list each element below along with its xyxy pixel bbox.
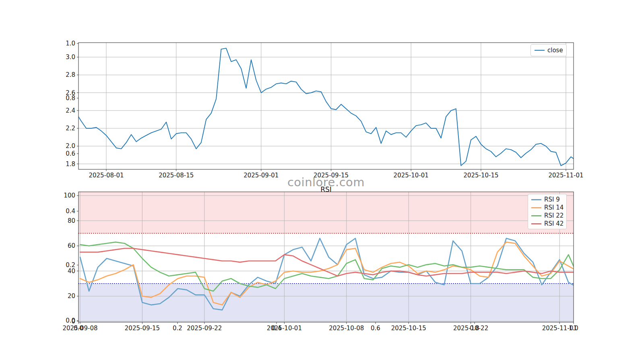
legend-item-rsi22: RSI 22 (531, 213, 563, 219)
close-line-swatch (535, 50, 545, 51)
tick-label: 2025-09-22 (187, 325, 222, 332)
tick-label: 2025-11-01 (548, 172, 583, 179)
rsi-chart-title: RSI (185, 185, 467, 193)
tick-label: 2025-08-01 (89, 172, 124, 179)
rsi-chart: 2025-09-082025-09-152025-09-222025-10-01… (62, 192, 578, 332)
legend-item-rsi42: RSI 42 (531, 221, 563, 227)
tick-label: 2.0 (66, 142, 75, 150)
tick-label: 100 (64, 192, 75, 199)
legend-label: RSI 42 (544, 221, 564, 227)
rsi22-line-swatch (531, 215, 541, 216)
tick-label: 1.0 (569, 325, 578, 332)
rsi-legend: RSI 9 RSI 14 RSI 22 RSI 42 (528, 194, 567, 229)
tick-label: 0.4 (272, 325, 281, 332)
chart-figure: 2025-08-012025-08-152025-09-012025-09-15… (0, 0, 644, 362)
legend-item-close: close (535, 47, 563, 53)
tick-label: 2025-10-15 (391, 325, 426, 332)
legend-item-rsi9: RSI 9 (531, 197, 563, 203)
tick-label: 2025-10-15 (463, 172, 498, 179)
tick-label: 0.2 (173, 325, 182, 332)
rsi14-line-swatch (531, 207, 541, 208)
rsi-42-line (80, 249, 577, 276)
tick-label: 2025-09-15 (125, 325, 160, 332)
close-line (76, 48, 576, 166)
legend-label: close (547, 47, 563, 53)
rsi9-line-swatch (531, 199, 541, 200)
tick-label: 0.0 (74, 325, 83, 332)
rsi42-line-swatch (531, 223, 541, 224)
tick-label: 0.2 (66, 261, 75, 269)
tick-label: 60 (68, 242, 75, 249)
tick-label: 0.6 (66, 150, 75, 157)
tick-label: 1.0 (66, 40, 75, 47)
tick-label: 0.8 (66, 95, 75, 102)
tick-label: 1.8 (66, 160, 75, 168)
tick-label: 2.8 (66, 71, 75, 78)
tick-label: 0.4 (66, 208, 75, 215)
oversold-zone (78, 284, 574, 322)
tick-label: 2025-10-08 (329, 325, 364, 332)
tick-label: 0.6 (371, 325, 380, 332)
tick-label: 2.2 (66, 125, 75, 132)
legend-label: RSI 22 (544, 213, 564, 219)
tick-label: 0.0 (66, 317, 75, 324)
tick-label: 20 (68, 292, 75, 300)
overbought-zone (78, 192, 574, 233)
legend-label: RSI 14 (544, 205, 564, 211)
tick-label: 80 (68, 217, 75, 224)
price-legend: close (530, 44, 567, 56)
tick-label: 3.0 (66, 53, 75, 61)
tick-label: 0.8 (470, 325, 479, 332)
price-chart: 2025-08-012025-08-152025-09-012025-09-15… (66, 40, 583, 179)
legend-item-rsi14: RSI 14 (531, 205, 563, 211)
legend-label: RSI 9 (544, 197, 560, 203)
tick-label: 2.4 (66, 107, 75, 114)
